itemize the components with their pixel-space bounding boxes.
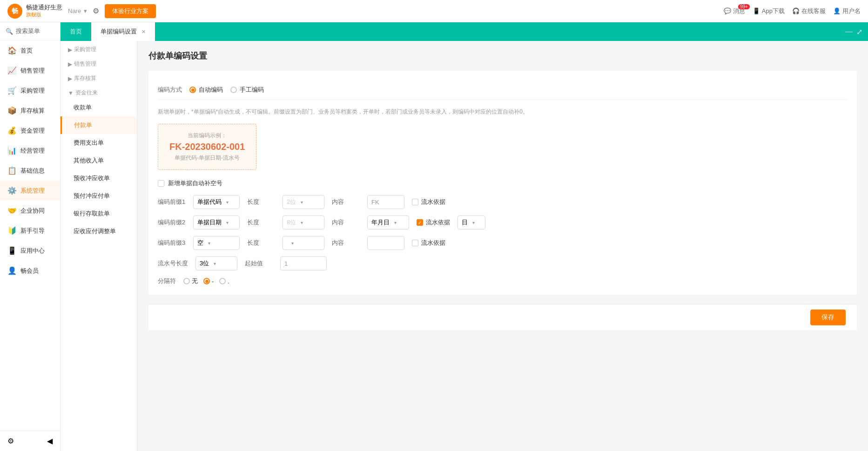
sep-none-option[interactable]: 无 — [183, 277, 198, 285]
second-sidebar-purchase[interactable]: ▶ 采购管理 — [61, 41, 137, 55]
system-icon: ⚙️ — [7, 186, 17, 195]
prefix3-select[interactable]: 空 ▾ — [193, 236, 240, 250]
prefix3-length-label: 长度 — [247, 239, 275, 247]
user-name: 用户名 — [842, 7, 861, 15]
tab-maximize-btn[interactable]: ⤢ — [856, 27, 862, 36]
prefix2-arrow-icon: ▾ — [226, 220, 229, 225]
sidebar-item-finance[interactable]: 💰 资金管理 — [0, 121, 60, 141]
arrow-right-icon: ▶ — [68, 47, 72, 53]
user-icon: 👤 — [833, 7, 841, 14]
second-sidebar-funds-label: 资金往来 — [75, 89, 98, 97]
second-sidebar-advance-payment[interactable]: 预付冲应付单 — [61, 187, 137, 205]
sidebar-item-sales[interactable]: 📈 销售管理 — [0, 61, 60, 81]
sep-dot-option[interactable]: . — [219, 278, 229, 285]
app-download-item[interactable]: 📱 App下载 — [753, 7, 785, 15]
prefix2-stream-checkbox[interactable]: ✓ 流水依据 — [417, 218, 450, 227]
sidebar-item-home[interactable]: 🏠 首页 — [0, 40, 60, 61]
serial-row: 流水号长度 3位 ▾ 起始值 1 — [158, 256, 848, 270]
tab-close-icon[interactable]: ✕ — [141, 29, 146, 35]
app-edition: 旗舰版 — [26, 11, 62, 18]
sidebar-label-purchase: 采购管理 — [20, 87, 45, 95]
second-sidebar-bank-deposit[interactable]: 银行存取款单 — [61, 205, 137, 222]
auto-fill-checkbox[interactable] — [158, 180, 164, 187]
second-sidebar-advance-receipt[interactable]: 预收冲应收单 — [61, 169, 137, 187]
code-preview-box: 当前编码示例： FK-20230602-001 单据代码-单据日期-流水号 — [158, 124, 256, 170]
sep-dash-option[interactable]: - — [203, 278, 214, 285]
tab-home-label: 首页 — [70, 27, 82, 36]
prefix2-content-arrow: ▾ — [394, 220, 397, 225]
sidebar-item-app-center[interactable]: 📱 应用中心 — [0, 241, 60, 261]
sidebar-item-purchase[interactable]: 🛒 采购管理 — [0, 81, 60, 101]
auto-encode-radio[interactable]: 自动编码 — [189, 86, 223, 94]
settings-gear-icon[interactable]: ⚙ — [7, 437, 14, 445]
sidebar-item-operations[interactable]: 📊 经营管理 — [0, 141, 60, 161]
content-wrapper: ▶ 采购管理 ▶ 销售管理 ▶ 库存核算 ▼ 资金往来 收款单 — [61, 41, 868, 451]
second-sidebar-funds[interactable]: ▼ 资金往来 — [61, 84, 137, 99]
sidebar-bottom: ⚙ ◀ — [0, 431, 60, 451]
sep-none-circle — [183, 278, 190, 284]
serial-length-select[interactable]: 3位 ▾ — [195, 256, 237, 270]
auto-encode-circle — [189, 87, 196, 93]
sidebar-item-basic-info[interactable]: 📋 基础信息 — [0, 161, 60, 181]
prefix1-stream-checkbox[interactable]: 流水依据 — [412, 198, 445, 206]
second-sidebar-payable-adjust[interactable]: 应收应付调整单 — [61, 222, 137, 240]
prefix2-content-select[interactable]: 年月日 ▾ — [367, 215, 409, 229]
tab-home[interactable]: 首页 — [61, 22, 91, 41]
separator-options: 无 - . — [183, 277, 229, 285]
search-icon: 🔍 — [6, 28, 13, 35]
serial-length-arrow: ▾ — [214, 261, 216, 266]
second-sidebar-payment[interactable]: 付款单 — [61, 116, 137, 134]
settings-card: 编码方式 自动编码 手工编码 — [148, 71, 857, 295]
save-button[interactable]: 保存 — [810, 310, 846, 325]
prefix2-select[interactable]: 单据日期 ▾ — [193, 215, 240, 229]
second-sidebar-payable-adjust-label: 应收应付调整单 — [74, 227, 116, 236]
prefix3-arrow-icon: ▾ — [208, 241, 210, 246]
home-icon: 🏠 — [7, 46, 17, 55]
sidebar-search-label: 搜索菜单 — [16, 27, 40, 35]
online-service-item[interactable]: 🎧 在线客服 — [792, 7, 826, 15]
prefix1-length-select[interactable]: 2位 ▾ — [283, 195, 324, 209]
main-content: 付款单编码设置 编码方式 自动编码 手工编码 — [137, 41, 868, 451]
second-sidebar-inventory[interactable]: ▶ 库存核算 — [61, 70, 137, 84]
top-bar-left: 畅 畅捷通好生意 旗舰版 Nare ▾ ⚙ 体验行业方案 — [7, 4, 156, 19]
second-sidebar-inventory-label: 库存核算 — [74, 74, 96, 82]
sidebar-item-inventory[interactable]: 📦 库存核算 — [0, 101, 60, 121]
prefix3-content-input — [367, 236, 404, 250]
tab-minimize-btn[interactable]: — — [845, 27, 853, 36]
user-avatar[interactable]: 👤 用户名 — [833, 7, 861, 15]
prefix1-select-value: 单据代码 — [197, 198, 222, 206]
second-sidebar-advance-receipt-label: 预收冲应收单 — [74, 174, 110, 182]
messages-item[interactable]: 💬 消息 99+ — [724, 7, 745, 15]
second-sidebar-sales[interactable]: ▶ 销售管理 — [61, 55, 137, 70]
sidebar-collapse-icon[interactable]: ◀ — [47, 437, 53, 445]
guide-icon: 🔰 — [7, 226, 17, 235]
prefix2-length-select[interactable]: 8位 ▾ — [283, 215, 324, 229]
prefix3-stream-checkbox[interactable]: 流水依据 — [412, 239, 445, 247]
sidebar-item-system[interactable]: ⚙️ 系统管理 — [0, 181, 60, 201]
sidebar-item-membership[interactable]: 👤 畅会员 — [0, 261, 60, 281]
prefix3-select-value: 空 — [197, 239, 203, 247]
sep-none-label: 无 — [192, 277, 198, 285]
industry-btn[interactable]: 体验行业方案 — [105, 4, 156, 18]
tab-encoding-label: 单据编码设置 — [101, 27, 137, 36]
sep-dot-circle — [219, 278, 226, 284]
settings-icon[interactable]: ⚙ — [93, 7, 99, 15]
prefix1-select[interactable]: 单据代码 ▾ — [193, 195, 240, 209]
prefix3-length-select[interactable]: ▾ — [283, 236, 324, 250]
sidebar-item-guide[interactable]: 🔰 新手引导 — [0, 221, 60, 241]
prefix2-period-select[interactable]: 日 ▾ — [458, 215, 485, 229]
second-sidebar-other-income[interactable]: 其他收入单 — [61, 152, 137, 169]
prefix1-stream-label: 流水依据 — [421, 198, 445, 206]
second-sidebar-receipt[interactable]: 收款单 — [61, 99, 137, 116]
sidebar-search[interactable]: 🔍 搜索菜单 — [0, 22, 60, 40]
sidebar-item-cooperation[interactable]: 🤝 企业协同 — [0, 201, 60, 221]
top-bar-right: 💬 消息 99+ 📱 App下载 🎧 在线客服 👤 用户名 — [724, 7, 861, 15]
separator-label: 分隔符 — [158, 277, 176, 285]
second-sidebar-expense[interactable]: 费用支出单 — [61, 134, 137, 152]
arrow-down-funds-icon: ▼ — [68, 90, 74, 96]
prefix1-label: 编码前缀1 — [158, 198, 186, 206]
tab-encoding[interactable]: 单据编码设置 ✕ — [91, 22, 155, 41]
manual-encode-radio[interactable]: 手工编码 — [230, 86, 264, 94]
prefix1-arrow-icon: ▾ — [226, 200, 229, 205]
start-value-input[interactable]: 1 — [280, 256, 327, 270]
